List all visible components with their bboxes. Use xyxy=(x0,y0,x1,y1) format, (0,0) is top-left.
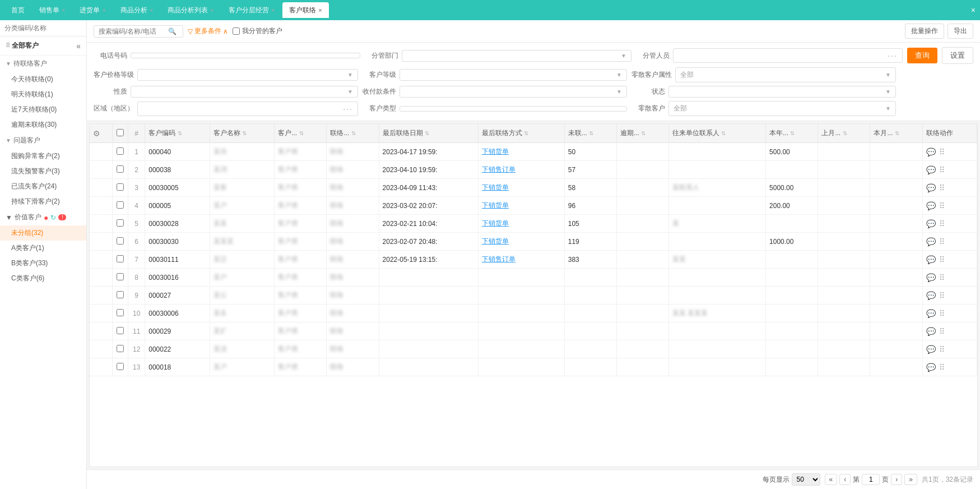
close-purchase-icon[interactable]: × xyxy=(102,7,105,13)
action-message-icon[interactable]: 💬 xyxy=(926,363,936,372)
nav-tab-customer-contact[interactable]: 客户联络 × xyxy=(282,2,328,18)
sidebar-group-value[interactable]: ▼ 价值客户 ● ↻ ! xyxy=(0,209,86,225)
action-grid-icon[interactable]: ⠿ xyxy=(939,183,945,192)
action-grid-icon[interactable]: ⠿ xyxy=(939,147,945,156)
sidebar-group-problem[interactable]: ▼ 问题客户 xyxy=(0,132,86,149)
row-last-contact-method[interactable]: 下销货单 xyxy=(478,179,564,197)
nav-tab-home[interactable]: 首页 xyxy=(4,2,31,18)
adv-dept-select[interactable]: ▼ xyxy=(402,50,631,62)
action-grid-icon[interactable]: ⠿ xyxy=(939,273,945,282)
row-last-contact-method[interactable]: 下销货单 xyxy=(478,197,564,215)
close-all-tabs-button[interactable]: × xyxy=(971,6,976,15)
my-customers-check[interactable] xyxy=(233,27,240,35)
row-checkbox[interactable] xyxy=(117,309,124,316)
action-grid-icon[interactable]: ⠿ xyxy=(939,219,945,228)
sidebar-item-churn-warning[interactable]: 流失预警客户(3) xyxy=(0,164,86,179)
col-type[interactable]: 客户... ⇅ xyxy=(275,124,327,143)
sidebar-search-input[interactable] xyxy=(4,24,87,32)
export-button[interactable]: 导出 xyxy=(948,24,973,39)
sidebar-item-ungroup[interactable]: 未分组(32) xyxy=(0,225,86,241)
settings-col-icon[interactable]: ⚙ xyxy=(93,129,100,138)
adv-phone-input[interactable] xyxy=(131,53,360,58)
close-customer-segment-icon[interactable]: × xyxy=(271,7,275,13)
row-checkbox[interactable] xyxy=(117,273,124,280)
page-size-select[interactable]: 20 50 100 xyxy=(792,473,820,486)
sidebar-item-declining[interactable]: 持续下滑客户(2) xyxy=(0,194,86,209)
contact-method-link[interactable]: 下销货单 xyxy=(482,219,509,227)
next-page-button[interactable]: › xyxy=(891,474,902,485)
row-last-contact-method[interactable]: 下销货单 xyxy=(478,143,564,161)
prev-page-button[interactable]: ‹ xyxy=(839,474,851,485)
action-message-icon[interactable]: 💬 xyxy=(926,201,936,210)
nav-tab-customer-segment[interactable]: 客户分层经营 × xyxy=(222,2,281,18)
col-last-contact-method[interactable]: 最后联络方式 ⇅ xyxy=(478,124,564,143)
col-partner-contact[interactable]: 往来单位联系人 ⇅ xyxy=(669,124,766,143)
sidebar-collapse-icon[interactable]: « xyxy=(76,41,81,50)
action-grid-icon[interactable]: ⠿ xyxy=(939,291,945,300)
row-checkbox[interactable] xyxy=(117,147,124,155)
query-button[interactable]: 查询 xyxy=(907,48,937,63)
action-message-icon[interactable]: 💬 xyxy=(926,165,936,174)
col-no-contact[interactable]: 未联... ⇅ xyxy=(564,124,616,143)
action-grid-icon[interactable]: ⠿ xyxy=(939,237,945,246)
nav-tab-product-analysis-list[interactable]: 商品分析列表 × xyxy=(161,2,220,18)
action-grid-icon[interactable]: ⠿ xyxy=(939,309,945,318)
sidebar-item-overdue[interactable]: 逾期未联络(30) xyxy=(0,117,86,132)
my-customers-checkbox[interactable]: 我分管的客户 xyxy=(233,26,282,36)
row-last-contact-method[interactable]: 下销货单 xyxy=(478,233,564,251)
sidebar-item-class-a[interactable]: A类客户(1) xyxy=(0,241,86,256)
row-checkbox[interactable] xyxy=(117,363,124,370)
row-checkbox[interactable] xyxy=(117,201,124,209)
close-sales-icon[interactable]: × xyxy=(62,7,65,13)
more-conditions-button[interactable]: ▽ 更多条件 ∧ xyxy=(188,26,228,36)
sidebar-item-class-b[interactable]: B类客户(33) xyxy=(0,256,86,271)
col-name[interactable]: 客户名称 ⇅ xyxy=(210,124,275,143)
adv-nature-select[interactable]: ▼ xyxy=(131,86,358,98)
action-grid-icon[interactable]: ⠿ xyxy=(939,165,945,174)
filter-search-icon[interactable]: 🔍 xyxy=(168,27,177,35)
adv-customer-type-input[interactable] xyxy=(400,106,627,112)
first-page-button[interactable]: « xyxy=(825,474,838,485)
row-checkbox[interactable] xyxy=(117,255,124,262)
filter-search-input[interactable] xyxy=(99,27,166,35)
col-this-month[interactable]: 本月... ⇅ xyxy=(870,124,922,143)
col-overdue[interactable]: 逾期... ⇅ xyxy=(616,124,668,143)
col-contact[interactable]: 联络... ⇅ xyxy=(327,124,379,143)
action-grid-icon[interactable]: ⠿ xyxy=(939,255,945,264)
sidebar-item-tomorrow[interactable]: 明天待联络(1) xyxy=(0,87,86,102)
nav-tab-purchase[interactable]: 进货单 × xyxy=(73,2,112,18)
sidebar-item-class-c[interactable]: C类客户(6) xyxy=(0,271,86,286)
row-checkbox[interactable] xyxy=(117,237,124,245)
page-number-input[interactable] xyxy=(862,474,880,485)
row-last-contact-method[interactable]: 下销售订单 xyxy=(478,161,564,179)
action-grid-icon[interactable]: ⠿ xyxy=(939,345,945,354)
contact-method-link[interactable]: 下销售订单 xyxy=(482,255,515,263)
action-message-icon[interactable]: 💬 xyxy=(926,219,936,228)
sidebar-all-customers[interactable]: ⠿ 全部客户 « xyxy=(0,36,86,56)
nav-tab-product-analysis[interactable]: 商品分析 × xyxy=(114,2,160,18)
sidebar-group-pending[interactable]: ▼ 待联络客户 xyxy=(0,56,86,72)
sidebar-item-7days[interactable]: 近7天待联络(0) xyxy=(0,102,86,117)
contact-method-link[interactable]: 下销售订单 xyxy=(482,165,515,173)
col-code[interactable]: 客户编码 ⇅ xyxy=(145,124,210,143)
adv-retail-customer-select[interactable]: 全部▼ xyxy=(668,101,896,116)
sidebar-item-churned[interactable]: 已流失客户(24) xyxy=(0,179,86,194)
col-settings[interactable]: ⚙ xyxy=(90,124,113,143)
adv-status-select[interactable]: ▼ xyxy=(668,86,896,98)
adv-person-select[interactable]: ··· xyxy=(673,48,903,63)
row-checkbox[interactable] xyxy=(117,345,124,352)
action-message-icon[interactable]: 💬 xyxy=(926,183,936,192)
row-checkbox[interactable] xyxy=(117,165,124,173)
batch-op-button[interactable]: 批量操作 xyxy=(905,24,944,39)
close-product-analysis-list-icon[interactable]: × xyxy=(210,7,213,13)
contact-method-link[interactable]: 下销货单 xyxy=(482,237,509,245)
select-all-checkbox[interactable] xyxy=(117,129,124,136)
close-product-analysis-icon[interactable]: × xyxy=(150,7,153,13)
contact-method-link[interactable]: 下销货单 xyxy=(482,147,509,155)
action-message-icon[interactable]: 💬 xyxy=(926,147,936,156)
row-checkbox[interactable] xyxy=(117,291,124,298)
action-message-icon[interactable]: 💬 xyxy=(926,309,936,318)
adv-customer-grade-select[interactable]: ▼ xyxy=(400,69,627,81)
nav-tab-sales[interactable]: 销售单 × xyxy=(32,2,72,18)
col-last-month[interactable]: 上月... ⇅ xyxy=(818,124,870,143)
